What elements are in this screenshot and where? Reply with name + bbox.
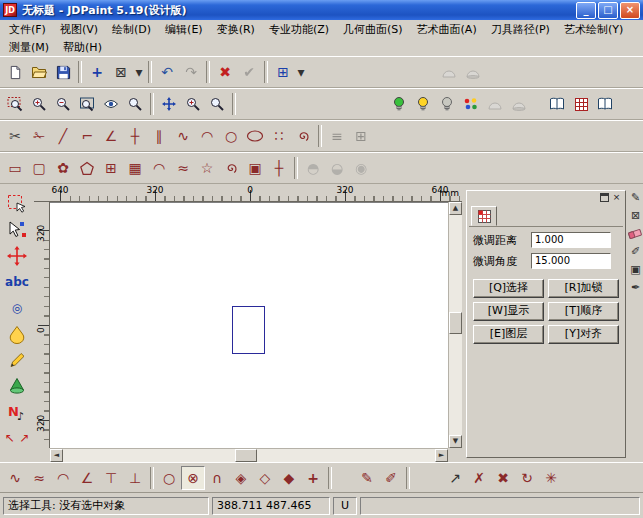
ring-tool[interactable]: ◎ <box>4 296 30 320</box>
zoom-in-button[interactable] <box>27 92 51 116</box>
maximize-button[interactable]: □ <box>598 2 618 19</box>
lock-button[interactable]: [R]加锁 <box>548 279 619 298</box>
select-mode-button[interactable]: [Q]选择 <box>473 279 544 298</box>
spiral-shape-tool[interactable] <box>219 156 243 180</box>
menu-item-5[interactable]: 专业功能(Z) <box>262 20 336 39</box>
delete-button[interactable]: ✖ <box>213 60 237 84</box>
slot-shape-tool[interactable]: ▭ <box>3 156 27 180</box>
menu-item-1[interactable]: 帮助(H) <box>56 38 109 57</box>
vertical-scroll-thumb[interactable] <box>449 312 462 334</box>
nudge-angle-input[interactable]: 15.000 <box>531 253 611 269</box>
mini-curve-tool[interactable]: ↗ <box>18 426 31 450</box>
horizontal-scroll-thumb[interactable] <box>235 449 257 462</box>
nudge-distance-input[interactable]: 1.000 <box>531 232 611 248</box>
spline-tool[interactable]: ∿ <box>171 124 195 148</box>
arch-shape-tool[interactable]: ◠ <box>147 156 171 180</box>
axis-line-tool[interactable]: ┼ <box>123 124 147 148</box>
tangent-tool[interactable]: ⊤ <box>99 466 123 490</box>
zoom-extents-button[interactable] <box>75 92 99 116</box>
eraser-tool[interactable] <box>628 226 643 241</box>
redraw-button[interactable] <box>99 92 123 116</box>
scroll-down-button[interactable]: ▼ <box>449 435 462 448</box>
spiral-tool[interactable] <box>291 124 315 148</box>
menu-item-0[interactable]: 测量(M) <box>2 38 56 57</box>
corner-tool[interactable]: ∠ <box>75 466 99 490</box>
scroll-right-button[interactable]: ► <box>435 449 448 462</box>
arc-tool[interactable]: ◠ <box>195 124 219 148</box>
arc-fit-tool[interactable]: ◠ <box>51 466 75 490</box>
menu-item-8[interactable]: 刀具路径(P) <box>484 20 557 39</box>
fill-tool[interactable] <box>4 322 30 346</box>
flower-shape-tool[interactable]: ✿ <box>51 156 75 180</box>
pen-tool[interactable]: ✎ <box>628 190 643 205</box>
panel-tab-properties[interactable] <box>471 206 497 226</box>
angle-line-tool[interactable]: ∠ <box>99 124 123 148</box>
drawn-rectangle[interactable] <box>232 306 265 354</box>
panel-close-button[interactable]: × <box>611 192 622 203</box>
note-tool[interactable]: N♪ <box>4 400 30 424</box>
zoom-previous-button[interactable] <box>123 92 147 116</box>
grid-snap-tool[interactable]: ◇ <box>253 466 277 490</box>
circle-tool[interactable]: ○ <box>219 124 243 148</box>
wave-shape-tool[interactable]: ≈ <box>171 156 195 180</box>
node-edit-tool[interactable] <box>4 218 30 242</box>
text-tool[interactable]: abc <box>4 270 30 294</box>
pan-button[interactable] <box>157 92 181 116</box>
scroll-up-button[interactable]: ▲ <box>449 202 462 215</box>
curve-smooth-tool[interactable]: ∿ <box>3 466 27 490</box>
snap-settings-button[interactable]: + <box>85 60 109 84</box>
order-button[interactable]: [T]顺序 <box>548 302 619 321</box>
menu-item-3[interactable]: 编辑(E) <box>158 20 210 39</box>
mesh-shape-tool[interactable]: ▦ <box>123 156 147 180</box>
pen-line-tool[interactable]: ✎ <box>355 466 379 490</box>
axis-snap-tool[interactable]: + <box>301 466 325 490</box>
pick-direction-tool[interactable]: ↗ <box>443 466 467 490</box>
render-shade-bulb[interactable] <box>411 92 435 116</box>
node-snap-tool[interactable]: ∩ <box>205 466 229 490</box>
end-cap-tool[interactable]: ✳ <box>539 466 563 490</box>
minimize-button[interactable]: _ <box>576 2 596 19</box>
undo-button[interactable]: ↶ <box>155 60 179 84</box>
polygon-shape-tool[interactable] <box>75 156 99 180</box>
canvas[interactable] <box>50 202 448 448</box>
capture-toggle-button[interactable]: ⊠ <box>109 60 133 84</box>
column-shape-tool[interactable]: ▢ <box>27 156 51 180</box>
display-button[interactable]: [W]显示 <box>473 302 544 321</box>
quadrant-snap-tool[interactable]: ◈ <box>229 466 253 490</box>
point-array-tool[interactable]: ∷ <box>267 124 291 148</box>
rotate-snap-tool[interactable]: ↻ <box>515 466 539 490</box>
intersection-snap-tool[interactable]: ⊗ <box>181 466 205 490</box>
magnifier-button[interactable] <box>205 92 229 116</box>
scroll-left-button[interactable]: ◄ <box>50 449 63 462</box>
knife-tool[interactable]: ✐ <box>628 244 643 259</box>
circle-snap-tool[interactable]: ○ <box>157 466 181 490</box>
menu-item-1[interactable]: 视图(V) <box>53 20 105 39</box>
vertex-snap-tool[interactable]: ◆ <box>277 466 301 490</box>
erase-box-tool[interactable]: ⊠ <box>628 208 643 223</box>
titlebar[interactable]: JD 无标题 - JDPaint 5.19(设计版) _ □ × <box>0 0 643 20</box>
pages-button[interactable] <box>593 92 617 116</box>
menu-item-4[interactable]: 变换(R) <box>210 20 262 39</box>
stamp-tool[interactable]: ▣ <box>628 262 643 277</box>
open-button[interactable] <box>27 60 51 84</box>
line-tool[interactable]: ╱ <box>51 124 75 148</box>
panel-header[interactable]: × <box>467 191 625 204</box>
pen-curve-tool[interactable]: ✐ <box>379 466 403 490</box>
dropper-tool[interactable]: ✒ <box>628 280 643 295</box>
horizontal-scrollbar[interactable]: ◄ ► <box>50 448 448 462</box>
polyline-tool[interactable]: ⌐ <box>75 124 99 148</box>
cone-tool[interactable] <box>4 374 30 398</box>
mini-arrow-tool[interactable]: ↖ <box>3 426 16 450</box>
perpendicular-tool[interactable]: ⊥ <box>123 466 147 490</box>
menu-item-6[interactable]: 几何曲面(S) <box>336 20 410 39</box>
grid-reference-button[interactable] <box>569 92 593 116</box>
pencil-tool[interactable] <box>4 348 30 372</box>
trim-tool[interactable]: ✁ <box>27 124 51 148</box>
vertical-scrollbar[interactable]: ▲ ▼ <box>448 202 462 448</box>
save-button[interactable] <box>51 60 75 84</box>
view-window-dropdown[interactable]: ▾ <box>295 60 307 84</box>
cross-shape-tool[interactable]: ┼ <box>267 156 291 180</box>
panel-dock-button[interactable] <box>600 193 609 202</box>
render-on-bulb[interactable] <box>387 92 411 116</box>
view-window-button[interactable]: ⊞ <box>271 60 295 84</box>
